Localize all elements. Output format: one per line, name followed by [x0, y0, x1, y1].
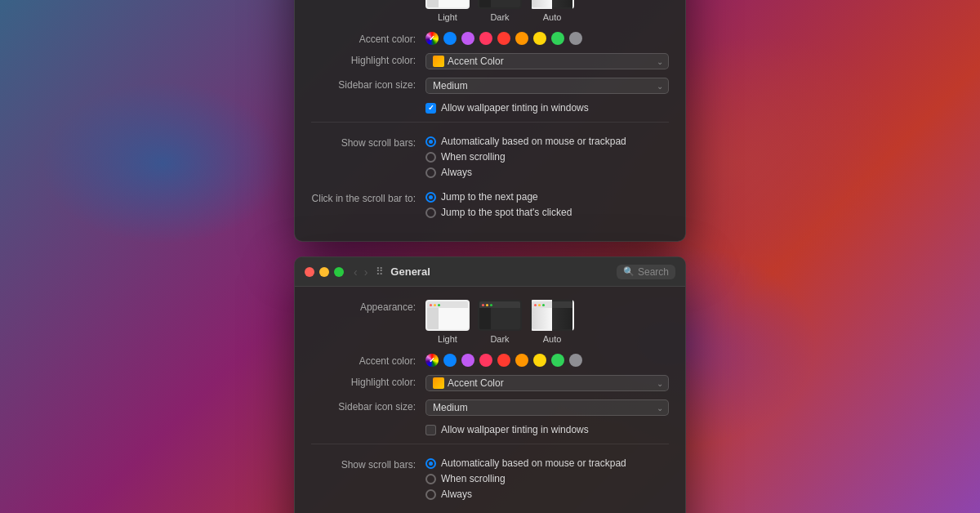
window-title-bottom: General	[390, 265, 617, 278]
accent-orange-bottom[interactable]	[515, 354, 528, 367]
accent-colors-bottom	[425, 354, 669, 367]
scroll-bars-row-top: Show scroll bars: Automatically based on…	[311, 136, 669, 178]
sidebar-size-label-bottom: Sidebar icon size:	[311, 399, 425, 413]
accent-yellow-top[interactable]	[533, 32, 546, 45]
scroll-scrolling-radio-top[interactable]	[425, 152, 436, 163]
wallpaper-tinting-checkbox-row-top: ✓ Allow wallpaper tinting in windows	[425, 102, 669, 114]
scroll-bars-radio-group-bottom: Automatically based on mouse or trackpad…	[425, 457, 669, 500]
scroll-always-label-bottom: Always	[441, 488, 472, 500]
scroll-bars-label-bottom: Show scroll bars:	[311, 457, 425, 471]
scroll-always-label-top: Always	[441, 167, 472, 178]
click-spot-row-top: Jump to the spot that's clicked	[425, 207, 669, 218]
click-next-label-top: Jump to the next page	[441, 191, 538, 203]
scroll-bars-control-bottom: Automatically based on mouse or trackpad…	[425, 457, 669, 500]
sidebar-size-value-top: Medium	[433, 80, 653, 91]
wallpaper-tinting-text-top: Allow wallpaper tinting in windows	[441, 102, 589, 114]
highlight-swatch-top	[433, 56, 444, 67]
settings-window-bottom: ‹ › ⠿ General 🔍 Search Appearance:	[294, 256, 686, 513]
appearance-control-top: Light Dark	[425, 0, 669, 22]
wallpaper-tinting-checkbox-bottom[interactable]	[425, 425, 436, 435]
click-scroll-control-top: Jump to the next page Jump to the spot t…	[425, 191, 669, 218]
click-spot-radio-top[interactable]	[425, 207, 436, 218]
accent-yellow-bottom[interactable]	[533, 354, 546, 367]
highlight-color-label-top: Highlight color:	[311, 53, 425, 66]
wallpaper-tinting-control-bottom: Allow wallpaper tinting in windows	[425, 424, 669, 435]
wallpaper-tinting-row-bottom: Allow wallpaper tinting in windows	[311, 424, 669, 435]
highlight-color-row-top: Highlight color: Accent Color ⌄	[311, 53, 669, 69]
accent-graphite-top[interactable]	[569, 32, 582, 45]
highlight-color-row-bottom: Highlight color: Accent Color ⌄	[311, 375, 669, 391]
accent-green-top[interactable]	[551, 32, 564, 45]
grid-icon-bottom: ⠿	[376, 265, 384, 278]
accent-orange-top[interactable]	[515, 32, 528, 45]
close-button-bottom[interactable]	[305, 267, 314, 277]
click-scroll-row-top: Click in the scroll bar to: Jump to the …	[311, 191, 669, 218]
click-scroll-label-top: Click in the scroll bar to:	[311, 191, 425, 204]
scroll-scrolling-radio-bottom[interactable]	[425, 474, 436, 484]
scroll-scrolling-row-bottom: When scrolling	[425, 473, 669, 484]
sidebar-size-arrow-top: ⌄	[657, 82, 663, 91]
forward-arrow-bottom[interactable]: ›	[363, 265, 370, 279]
scroll-bars-label-top: Show scroll bars:	[311, 136, 425, 149]
appearance-row-bottom: Appearance: Light	[311, 300, 669, 344]
scroll-always-radio-bottom[interactable]	[425, 489, 436, 500]
sidebar-size-value-bottom: Medium	[433, 402, 653, 413]
accent-multicolor-top[interactable]	[425, 32, 439, 45]
accent-colors-top	[425, 32, 669, 45]
accent-graphite-bottom[interactable]	[569, 354, 582, 367]
accent-green-bottom[interactable]	[551, 354, 564, 367]
appearance-row-top: Appearance: Light	[311, 0, 669, 22]
search-icon-bottom: 🔍	[623, 266, 635, 277]
accent-color-row-top: Accent color:	[311, 32, 669, 45]
nav-arrows-bottom: ‹ ›	[352, 265, 369, 279]
scroll-auto-radio-bottom[interactable]	[425, 458, 436, 469]
accent-blue-bottom[interactable]	[443, 354, 457, 367]
accent-color-label-top: Accent color:	[311, 32, 425, 45]
wallpaper-tinting-checkbox-top[interactable]: ✓	[425, 103, 436, 114]
scroll-always-row-bottom: Always	[425, 488, 669, 500]
accent-pink-bottom[interactable]	[479, 354, 492, 367]
appearance-light-top[interactable]: Light	[425, 0, 470, 22]
appearance-thumb-light-top	[425, 0, 470, 9]
scroll-auto-radio-top[interactable]	[425, 136, 436, 147]
search-placeholder-bottom: Search	[638, 266, 669, 278]
appearance-dark-label-bottom: Dark	[490, 334, 509, 344]
appearance-thumb-auto-bottom	[530, 300, 574, 331]
scroll-always-row-top: Always	[425, 167, 669, 178]
accent-color-row-bottom: Accent color:	[311, 354, 669, 367]
wallpaper-tinting-label-empty-top	[311, 102, 425, 104]
appearance-dark-top[interactable]: Dark	[478, 0, 522, 22]
highlight-color-dropdown-bottom[interactable]: Accent Color ⌄	[425, 375, 669, 391]
scroll-always-radio-top[interactable]	[425, 167, 436, 178]
wallpaper-tinting-checkbox-row-bottom: Allow wallpaper tinting in windows	[425, 424, 669, 435]
accent-color-control-top	[425, 32, 669, 45]
appearance-thumb-dark-bottom	[478, 300, 522, 331]
highlight-color-control-bottom: Accent Color ⌄	[425, 375, 669, 391]
accent-purple-top[interactable]	[461, 32, 474, 45]
sidebar-size-dropdown-top[interactable]: Medium ⌄	[425, 78, 669, 94]
highlight-dropdown-arrow-bottom: ⌄	[657, 379, 663, 388]
appearance-auto-bottom[interactable]: Auto	[530, 300, 574, 344]
highlight-dropdown-arrow-top: ⌄	[657, 57, 663, 66]
sidebar-size-dropdown-bottom[interactable]: Medium ⌄	[425, 399, 669, 416]
highlight-color-dropdown-top[interactable]: Accent Color ⌄	[425, 53, 669, 69]
accent-multicolor-bottom[interactable]	[425, 354, 439, 367]
appearance-auto-top[interactable]: Auto	[530, 0, 574, 22]
appearance-dark-bottom[interactable]: Dark	[478, 300, 522, 344]
minimize-button-bottom[interactable]	[319, 267, 329, 277]
click-next-radio-top[interactable]	[425, 192, 436, 203]
search-bar-bottom[interactable]: 🔍 Search	[617, 265, 675, 279]
scroll-auto-row-bottom: Automatically based on mouse or trackpad	[425, 457, 669, 469]
maximize-button-bottom[interactable]	[334, 267, 344, 277]
accent-blue-top[interactable]	[443, 32, 457, 45]
accent-purple-bottom[interactable]	[461, 354, 474, 367]
accent-red-top[interactable]	[497, 32, 510, 45]
appearance-auto-label-bottom: Auto	[543, 334, 562, 344]
accent-red-bottom[interactable]	[497, 354, 510, 367]
appearance-light-bottom[interactable]: Light	[425, 300, 470, 344]
appearance-light-label-bottom: Light	[438, 334, 457, 344]
windows-container: ‹ › ⠿ General 🔍 Search Appearance:	[294, 0, 686, 513]
back-arrow-bottom[interactable]: ‹	[352, 265, 359, 279]
accent-pink-top[interactable]	[479, 32, 492, 45]
click-next-row-top: Jump to the next page	[425, 191, 669, 203]
